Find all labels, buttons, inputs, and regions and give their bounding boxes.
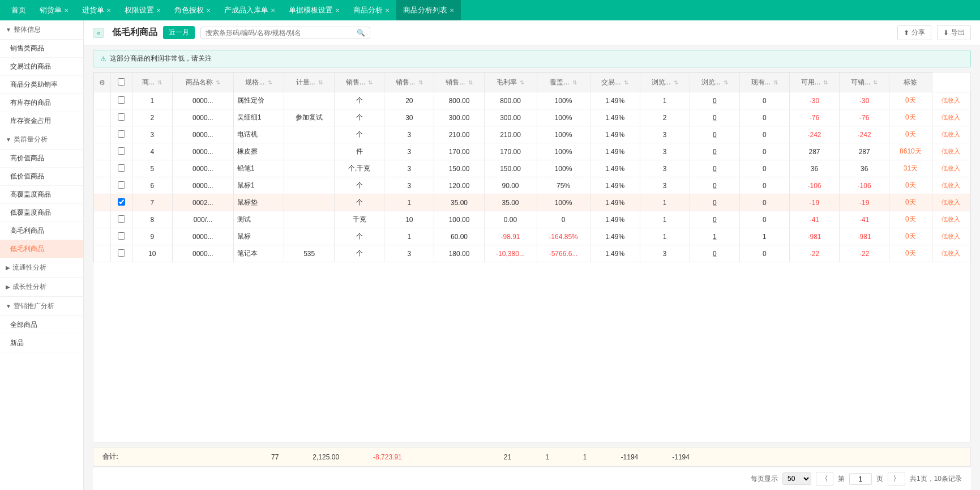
cell-name[interactable]: 属性定价 bbox=[234, 92, 284, 109]
cell-browse1[interactable]: 0 bbox=[690, 211, 739, 228]
th-transaction[interactable]: 交易... ⇅ bbox=[590, 73, 640, 92]
sidebar-item-sales-products[interactable]: 销售类商品 bbox=[0, 40, 83, 58]
row-checkbox-4[interactable] bbox=[118, 164, 125, 172]
cell-browse1[interactable]: 1 bbox=[690, 228, 739, 245]
nav-item-product-analysis[interactable]: 商品分析 ✕ bbox=[346, 0, 396, 20]
th-browse1[interactable]: 浏览... ⇅ bbox=[640, 73, 690, 92]
cell-browse1[interactable]: 0 bbox=[690, 160, 739, 177]
cell-name[interactable]: 橡皮擦 bbox=[234, 143, 284, 160]
sidebar-item-high-coverage[interactable]: 高覆盖度商品 bbox=[0, 186, 83, 204]
nav-close-product-analysis[interactable]: ✕ bbox=[385, 7, 390, 14]
select-all-checkbox[interactable] bbox=[118, 78, 125, 86]
sidebar-item-in-stock[interactable]: 有库存的商品 bbox=[0, 94, 83, 112]
sidebar-group-circulation[interactable]: ▶ 流通性分析 bbox=[0, 258, 83, 278]
cell-checkbox[interactable] bbox=[111, 245, 132, 262]
row-checkbox-2[interactable] bbox=[118, 130, 125, 138]
prev-page-button[interactable]: 〈 bbox=[816, 472, 833, 485]
sidebar-item-all-products[interactable]: 全部商品 bbox=[0, 316, 83, 334]
th-sales-qty[interactable]: 销售... ⇅ bbox=[335, 73, 384, 92]
cell-browse1[interactable]: 0 bbox=[690, 245, 739, 262]
next-page-button[interactable]: 〉 bbox=[888, 472, 905, 485]
cell-checkbox[interactable] bbox=[111, 177, 132, 194]
th-name[interactable]: 商品名称 ⇅ bbox=[172, 73, 234, 92]
th-saleable[interactable]: 可销... ⇅ bbox=[840, 73, 889, 92]
th-browse2[interactable]: 浏览... ⇅ bbox=[690, 73, 739, 92]
row-checkbox-9[interactable] bbox=[118, 249, 125, 257]
nav-item-sales[interactable]: 销货单 ✕ bbox=[33, 0, 75, 20]
row-checkbox-1[interactable] bbox=[118, 113, 125, 121]
sidebar-group-cluster[interactable]: ▼ 类群量分析 bbox=[0, 130, 83, 150]
sidebar-item-high-margin[interactable]: 高毛利商品 bbox=[0, 222, 83, 240]
cell-checkbox[interactable] bbox=[111, 109, 132, 126]
th-settings[interactable]: ⚙ bbox=[94, 73, 111, 92]
th-code[interactable]: 商... ⇅ bbox=[132, 73, 172, 92]
row-checkbox-3[interactable] bbox=[118, 147, 125, 155]
cell-name[interactable]: 电话机 bbox=[234, 126, 284, 143]
th-available[interactable]: 可用... ⇅ bbox=[789, 73, 839, 92]
cell-checkbox[interactable] bbox=[111, 194, 132, 211]
cell-checkbox[interactable] bbox=[111, 143, 132, 160]
date-filter-button[interactable]: 近一月 bbox=[163, 26, 195, 39]
sidebar-group-growth[interactable]: ▶ 成长性分析 bbox=[0, 278, 83, 297]
th-current[interactable]: 现有... ⇅ bbox=[739, 73, 789, 92]
page-number-input[interactable] bbox=[849, 473, 872, 485]
nav-item-home[interactable]: 首页 bbox=[5, 0, 33, 20]
nav-close-purchase[interactable]: ✕ bbox=[106, 7, 111, 14]
cell-browse1[interactable]: 0 bbox=[690, 143, 739, 160]
nav-close-template[interactable]: ✕ bbox=[335, 7, 340, 14]
sidebar-item-new-products[interactable]: 新品 bbox=[0, 334, 83, 352]
th-coverage[interactable]: 覆盖... ⇅ bbox=[537, 73, 590, 92]
sidebar-item-low-margin[interactable]: 低毛利商品 bbox=[0, 240, 83, 258]
nav-item-analysis-list[interactable]: 商品分析列表 ✕ bbox=[396, 0, 461, 20]
cell-browse1[interactable]: 0 bbox=[690, 177, 739, 194]
cell-name[interactable]: 鼠标 bbox=[234, 228, 284, 245]
th-spec[interactable]: 规格... ⇅ bbox=[234, 73, 284, 92]
row-checkbox-0[interactable] bbox=[118, 96, 125, 104]
cell-name[interactable]: 吴细细1 bbox=[234, 109, 284, 126]
row-checkbox-5[interactable] bbox=[118, 181, 125, 189]
cell-name[interactable]: 铅笔1 bbox=[234, 160, 284, 177]
sidebar-collapse-button[interactable]: « bbox=[93, 28, 104, 38]
cell-browse1[interactable]: 0 bbox=[690, 126, 739, 143]
cell-name[interactable]: 笔记本 bbox=[234, 245, 284, 262]
th-checkbox[interactable] bbox=[111, 73, 132, 92]
cell-browse1[interactable]: 0 bbox=[690, 109, 739, 126]
cell-checkbox[interactable] bbox=[111, 160, 132, 177]
nav-close-sales[interactable]: ✕ bbox=[64, 7, 69, 14]
page-size-select[interactable]: 50 100 bbox=[782, 472, 811, 485]
sidebar-item-traded-products[interactable]: 交易过的商品 bbox=[0, 58, 83, 76]
th-unit[interactable]: 计量... ⇅ bbox=[284, 73, 335, 92]
cell-name[interactable]: 鼠标1 bbox=[234, 177, 284, 194]
sidebar-item-category-rate[interactable]: 商品分类助销率 bbox=[0, 76, 83, 94]
sidebar-item-inventory-capital[interactable]: 库存资金占用 bbox=[0, 112, 83, 130]
th-tag[interactable]: 标签 bbox=[889, 73, 932, 92]
sidebar-item-low-value[interactable]: 低价值商品 bbox=[0, 168, 83, 186]
sidebar-item-high-value[interactable]: 高价值商品 bbox=[0, 150, 83, 168]
cell-name[interactable]: 鼠标垫 bbox=[234, 194, 284, 211]
cell-checkbox[interactable] bbox=[111, 211, 132, 228]
th-gross-rate[interactable]: 毛利率 ⇅ bbox=[484, 73, 537, 92]
cell-name[interactable]: 测试 bbox=[234, 211, 284, 228]
th-sales-price[interactable]: 销售... ⇅ bbox=[384, 73, 434, 92]
nav-close-roles[interactable]: ✕ bbox=[206, 7, 211, 14]
nav-close-product-entry[interactable]: ✕ bbox=[271, 7, 275, 14]
row-checkbox-7[interactable] bbox=[118, 215, 125, 223]
sidebar-group-marketing[interactable]: ▼ 营销推广分析 bbox=[0, 297, 83, 316]
sidebar-group-overall[interactable]: ▼ 整体信息 bbox=[0, 20, 83, 40]
cell-browse1[interactable]: 0 bbox=[690, 92, 739, 109]
row-checkbox-6[interactable] bbox=[118, 198, 125, 206]
cell-browse1[interactable]: 0 bbox=[690, 194, 739, 211]
search-input[interactable] bbox=[206, 29, 354, 37]
cell-checkbox[interactable] bbox=[111, 92, 132, 109]
nav-item-permissions[interactable]: 权限设置 ✕ bbox=[118, 0, 168, 20]
share-button[interactable]: ⬆ 分享 bbox=[897, 25, 931, 40]
cell-checkbox[interactable] bbox=[111, 126, 132, 143]
nav-item-template[interactable]: 单据模板设置 ✕ bbox=[282, 0, 346, 20]
row-checkbox-8[interactable] bbox=[118, 232, 125, 240]
nav-item-purchase[interactable]: 进货单 ✕ bbox=[75, 0, 118, 20]
nav-close-analysis-list[interactable]: ✕ bbox=[450, 7, 454, 14]
nav-item-roles[interactable]: 角色授权 ✕ bbox=[168, 0, 217, 20]
cell-checkbox[interactable] bbox=[111, 228, 132, 245]
export-button[interactable]: ⬇ 导出 bbox=[937, 25, 971, 40]
sidebar-item-low-coverage[interactable]: 低覆盖度商品 bbox=[0, 204, 83, 222]
